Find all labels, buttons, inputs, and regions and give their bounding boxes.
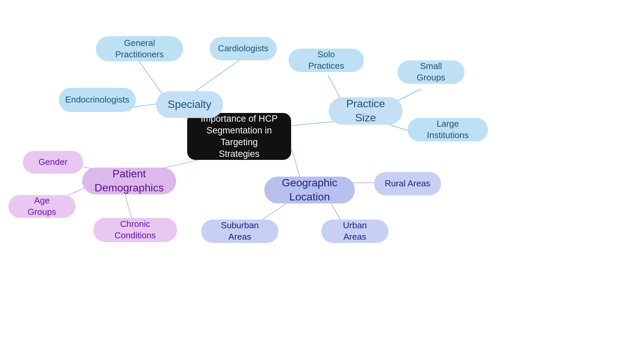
patient-demographics-node: Patient Demographics xyxy=(82,168,176,194)
small-groups-label: Small Groups xyxy=(408,61,454,83)
solo-practices-label: Solo Practices xyxy=(299,49,353,72)
practice-size-label: Practice Size xyxy=(339,97,392,125)
center-node: Importance of HCP Segmentation in Target… xyxy=(187,113,291,160)
specialty-node: Specialty xyxy=(156,91,223,118)
age-groups-node: Age Groups xyxy=(8,195,75,218)
urban-areas-node: Urban Areas xyxy=(321,220,388,243)
practice-size-node: Practice Size xyxy=(329,97,402,125)
rural-areas-label: Rural Areas xyxy=(385,178,430,189)
general-practitioners-label: General Practitioners xyxy=(107,38,172,60)
gender-node: Gender xyxy=(23,151,83,174)
small-groups-node: Small Groups xyxy=(397,60,465,84)
rural-areas-node: Rural Areas xyxy=(374,172,441,195)
chronic-conditions-node: Chronic Conditions xyxy=(93,218,177,242)
cardiologists-label: Cardiologists xyxy=(218,43,268,54)
suburban-areas-node: Suburban Areas xyxy=(201,220,278,243)
geographic-location-label: Geographic Location xyxy=(275,176,344,204)
specialty-label: Specialty xyxy=(168,98,211,112)
chronic-conditions-label: Chronic Conditions xyxy=(104,219,166,241)
endocrinologists-node: Endocrinologists xyxy=(59,88,136,112)
age-groups-label: Age Groups xyxy=(19,195,65,218)
geographic-location-node: Geographic Location xyxy=(264,177,355,203)
urban-areas-label: Urban Areas xyxy=(332,220,378,243)
cardiologists-node: Cardiologists xyxy=(210,37,277,60)
general-practitioners-node: General Practitioners xyxy=(96,36,183,61)
patient-demographics-label: Patient Demographics xyxy=(93,167,165,195)
solo-practices-node: Solo Practices xyxy=(288,49,364,72)
suburban-areas-label: Suburban Areas xyxy=(212,220,268,243)
endocrinologists-label: Endocrinologists xyxy=(65,94,129,106)
large-institutions-label: Large Institutions xyxy=(418,118,477,141)
svg-line-1 xyxy=(139,60,164,97)
gender-label: Gender xyxy=(39,157,68,168)
large-institutions-node: Large Institutions xyxy=(408,118,488,141)
center-label: Importance of HCP Segmentation in Target… xyxy=(197,113,281,160)
